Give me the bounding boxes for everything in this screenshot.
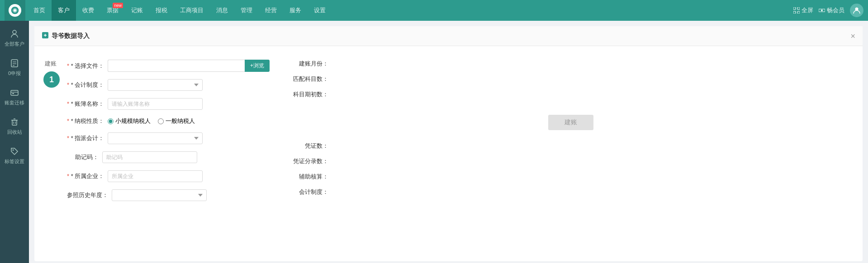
- ledger-name-input[interactable]: [108, 98, 203, 110]
- sidebar: 全部客户 0申报 账套迁移 回收站 标签设置: [0, 21, 29, 263]
- nav-item-service[interactable]: 服务: [283, 0, 308, 21]
- tax-general-option[interactable]: 一般纳税人: [158, 117, 195, 125]
- vouchers-row: 凭证数：: [288, 142, 854, 150]
- memo-label: 助记码：: [67, 153, 99, 161]
- history-year-row: 参照历史年度：: [67, 189, 270, 201]
- svg-rect-5: [797, 11, 800, 14]
- dialog-body: 建账 1 * * 选择文件： +浏览: [34, 46, 863, 215]
- svg-rect-4: [793, 11, 796, 14]
- ledger-name-label: * * 账簿名称：: [67, 100, 104, 108]
- file-select-row: * * 选择文件： +浏览: [67, 60, 270, 72]
- trash-icon: [9, 117, 19, 127]
- person-icon: [9, 29, 19, 39]
- company-input[interactable]: [108, 170, 203, 182]
- browse-button[interactable]: +浏览: [245, 60, 270, 72]
- nav-item-customer[interactable]: 客户: [52, 0, 76, 21]
- doc-icon: [9, 58, 19, 68]
- accounting-system-row: * * 会计制度：: [67, 79, 270, 91]
- nav-item-business[interactable]: 工商项目: [174, 0, 210, 21]
- nav-item-message[interactable]: 消息: [210, 0, 234, 21]
- nav-item-settings[interactable]: 设置: [308, 0, 332, 21]
- company-label: * * 所属企业：: [67, 172, 104, 180]
- logo[interactable]: [5, 0, 25, 21]
- svg-rect-16: [12, 93, 14, 94]
- auxiliary-row: 辅助核算：: [288, 173, 854, 181]
- svg-rect-14: [11, 90, 18, 95]
- voucher-entries-label: 凭证分录数：: [288, 157, 328, 165]
- ledger-name-row: * * 账簿名称：: [67, 98, 270, 110]
- tax-type-row: * * 纳税性质： 小规模纳税人 一般纳税人: [67, 117, 270, 125]
- tax-type-radio-group: 小规模纳税人 一般纳税人: [108, 117, 195, 125]
- auxiliary-label: 辅助核算：: [288, 173, 328, 181]
- memo-input[interactable]: [102, 151, 197, 163]
- svg-point-22: [13, 150, 14, 151]
- sidebar-item-account-migration[interactable]: 账套迁移: [0, 83, 29, 111]
- accounting-system-select[interactable]: [108, 79, 203, 91]
- svg-rect-17: [12, 120, 17, 125]
- accounts-icon: [9, 88, 19, 98]
- nav-item-management[interactable]: 管理: [234, 0, 259, 21]
- memo-row: 助记码：: [67, 151, 270, 163]
- sidebar-item-recycle[interactable]: 回收站: [0, 113, 29, 140]
- nav-right: 全屏 畅会员: [793, 4, 863, 17]
- form-left: 建账 1 * * 选择文件： +浏览: [43, 60, 270, 201]
- sidebar-item-all-customers[interactable]: 全部客户: [0, 24, 29, 52]
- nav-item-home[interactable]: 首页: [27, 0, 52, 21]
- accounting-system-label: * * 会计制度：: [67, 81, 104, 89]
- tax-small-option[interactable]: 小规模纳税人: [108, 117, 151, 125]
- file-text-input[interactable]: [108, 60, 245, 72]
- nav-item-ledger[interactable]: 记账: [125, 0, 149, 21]
- tax-general-radio[interactable]: [158, 118, 164, 124]
- logo-icon: [9, 4, 21, 17]
- assign-accountant-select[interactable]: [108, 132, 203, 144]
- create-account-button[interactable]: 建账: [548, 115, 593, 130]
- svg-point-7: [821, 9, 823, 11]
- voucher-entries-row: 凭证分录数：: [288, 157, 854, 165]
- vip-btn[interactable]: 畅会员: [819, 6, 844, 14]
- svg-rect-3: [797, 7, 800, 9]
- sidebar-item-declaration[interactable]: 0申报: [0, 54, 29, 81]
- dialog-title-text: 导爷数据导入: [52, 32, 90, 40]
- tax-type-label: * * 纳税性质：: [67, 117, 104, 125]
- history-year-select[interactable]: [112, 189, 207, 201]
- match-subjects-label: 匹配科目数：: [288, 75, 328, 83]
- dialog-header: 导爷数据导入 ×: [34, 26, 863, 46]
- invoice-badge: new: [113, 3, 123, 8]
- nav-item-collection[interactable]: 收费: [76, 0, 100, 21]
- step-section-label: 建账: [45, 60, 57, 68]
- svg-point-9: [13, 30, 16, 34]
- top-nav: 首页 客户 收费 票据 new 记账 报税 工商项目 消息 管理 经营: [0, 0, 868, 21]
- dialog-close-button[interactable]: ×: [850, 32, 855, 40]
- layout: 全部客户 0申报 账套迁移 回收站 标签设置: [0, 21, 868, 263]
- right-accounting-system-label: 会计制度：: [288, 188, 328, 196]
- import-icon: [42, 32, 49, 40]
- user-avatar[interactable]: [850, 4, 863, 17]
- tag-icon: [9, 146, 19, 156]
- form-right: 建账月份： 匹配科目数： 科目期初数： 建账 凭证: [270, 60, 854, 201]
- svg-point-1: [14, 9, 16, 12]
- create-month-label: 建账月份：: [288, 60, 328, 68]
- history-year-label: 参照历史年度：: [67, 191, 108, 199]
- assign-accountant-row: * * 指派会计：: [67, 132, 270, 144]
- dialog-title: 导爷数据导入: [42, 32, 90, 40]
- fullscreen-btn[interactable]: 全屏: [793, 6, 813, 14]
- create-month-row: 建账月份：: [288, 60, 854, 68]
- initial-subjects-label: 科目期初数：: [288, 90, 328, 99]
- sidebar-item-tag-settings[interactable]: 标签设置: [0, 142, 29, 169]
- initial-subjects-row: 科目期初数：: [288, 90, 854, 99]
- nav-item-tax[interactable]: 报税: [149, 0, 174, 21]
- step-badge: 1: [43, 71, 60, 88]
- nav-item-invoice[interactable]: 票据 new: [100, 0, 125, 21]
- tax-small-radio[interactable]: [108, 118, 114, 124]
- company-row: * * 所属企业：: [67, 170, 270, 182]
- file-select-label: * * 选择文件：: [67, 62, 104, 70]
- dialog: 导爷数据导入 × 建账 1 * * 选择文件：: [34, 26, 863, 261]
- vouchers-label: 凭证数：: [288, 142, 328, 150]
- nav-items: 首页 客户 收费 票据 new 记账 报税 工商项目 消息 管理 经营: [27, 0, 793, 21]
- svg-rect-10: [11, 60, 18, 67]
- nav-item-finance[interactable]: 经营: [259, 0, 283, 21]
- file-input-group: +浏览: [108, 60, 270, 72]
- main-content: 导爷数据导入 × 建账 1 * * 选择文件：: [29, 21, 868, 263]
- form-fields: * * 选择文件： +浏览 * * 会计制度：: [67, 60, 270, 201]
- right-accounting-system-row: 会计制度：: [288, 188, 854, 196]
